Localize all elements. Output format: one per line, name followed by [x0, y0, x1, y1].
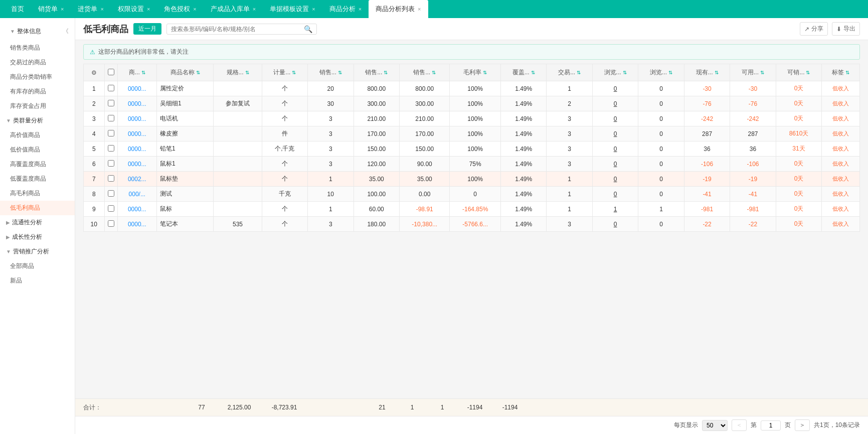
th-sales-qty[interactable]: 销售...⇅ — [308, 64, 354, 81]
share-button[interactable]: ↗ 分享 — [800, 22, 828, 36]
sidebar-item-high-profit[interactable]: 高毛利商品 — [0, 186, 75, 201]
th-coverage[interactable]: 覆盖...⇅ — [500, 64, 546, 81]
nav-permissions[interactable]: 权限设置 × — [111, 0, 157, 18]
row-available-stock: -41 — [730, 187, 776, 202]
row-checkbox[interactable] — [108, 190, 114, 197]
views1-link[interactable]: 0 — [614, 130, 617, 137]
sidebar-item-low-value[interactable]: 低价值商品 — [0, 142, 75, 157]
row-checkbox-cell[interactable] — [104, 172, 117, 187]
date-filter-button[interactable]: 近一月 — [133, 23, 161, 35]
th-trans-count[interactable]: 交易...⇅ — [547, 64, 592, 81]
th-name[interactable]: 商品名称⇅ — [156, 64, 214, 81]
export-button[interactable]: ⬇ 导出 — [832, 22, 860, 36]
th-settings[interactable]: ⚙ — [84, 64, 105, 81]
nav-purchase[interactable]: 进货单 × — [71, 0, 110, 18]
th-current-stock[interactable]: 现有...⇅ — [684, 64, 730, 81]
sidebar-group-flow[interactable]: ▶ 流通性分析 — [0, 215, 75, 230]
views1-link[interactable]: 0 — [614, 115, 617, 122]
row-checkbox-cell[interactable] — [104, 81, 117, 96]
select-all-checkbox[interactable] — [108, 69, 114, 75]
nav-product-entry[interactable]: 产成品入库单 × — [204, 0, 263, 18]
sidebar-item-low-profit[interactable]: 低毛利商品 — [0, 201, 75, 215]
table-row: 9 0000... 鼠标 个 1 60.00 -98.91 -164.85% 1… — [84, 202, 860, 217]
nav-roles[interactable]: 角色授权 × — [157, 0, 203, 18]
th-code[interactable]: 商...⇅ — [117, 64, 156, 81]
nav-close-icon[interactable]: × — [418, 6, 421, 12]
nav-product-analysis[interactable]: 商品分析 × — [322, 0, 369, 18]
row-checkbox-cell[interactable] — [104, 217, 117, 232]
th-views1[interactable]: 浏览...⇅ — [592, 64, 638, 81]
sidebar-item-inventory-funds[interactable]: 库存资金占用 — [0, 99, 75, 113]
views1-link[interactable]: 0 — [614, 176, 617, 183]
nav-close-icon[interactable]: × — [61, 6, 64, 12]
row-checkbox-cell[interactable] — [104, 141, 117, 157]
nav-sales[interactable]: 销货单 × — [31, 0, 71, 18]
nav-close-icon[interactable]: × — [147, 6, 150, 12]
views1-link[interactable]: 0 — [614, 191, 617, 198]
row-checkbox-cell[interactable] — [104, 157, 117, 172]
row-checkbox[interactable] — [108, 160, 114, 167]
sidebar-item-high-value[interactable]: 高价值商品 — [0, 128, 75, 142]
row-checkbox[interactable] — [108, 145, 114, 152]
th-views2[interactable]: 浏览...⇅ — [638, 64, 684, 81]
views1-link[interactable]: 0 — [614, 221, 617, 228]
sidebar-item-sales-products[interactable]: 销售类商品 — [0, 41, 75, 55]
row-checkbox[interactable] — [108, 175, 114, 182]
th-sellable-days[interactable]: 可销...⇅ — [776, 64, 821, 81]
row-checkbox[interactable] — [108, 130, 114, 136]
th-sales-profit[interactable]: 销售...⇅ — [400, 64, 450, 81]
page-number-input[interactable] — [761, 420, 781, 430]
th-available-stock[interactable]: 可用...⇅ — [730, 64, 776, 81]
sidebar-item-traded-products[interactable]: 交易过的商品 — [0, 55, 75, 70]
views1-link[interactable]: 0 — [614, 161, 617, 168]
nav-product-analysis-list[interactable]: 商品分析列表 × — [369, 0, 428, 18]
row-sales-profit: 300.00 — [400, 96, 450, 111]
row-checkbox[interactable] — [108, 205, 114, 212]
row-checkbox[interactable] — [108, 100, 114, 106]
sidebar-item-stocked-products[interactable]: 有库存的商品 — [0, 84, 75, 99]
row-checkbox-cell[interactable] — [104, 187, 117, 202]
th-tag[interactable]: 标签⇅ — [822, 64, 860, 81]
search-icon[interactable]: 🔍 — [304, 25, 312, 33]
sidebar-group-cluster[interactable]: ▼ 类群量分析 — [0, 113, 75, 128]
th-unit[interactable]: 计量...⇅ — [262, 64, 307, 81]
row-tag: 低收入 — [822, 111, 860, 126]
th-spec[interactable]: 规格...⇅ — [214, 64, 262, 81]
total-sales-qty: 77 — [187, 402, 217, 413]
row-checkbox-cell[interactable] — [104, 96, 117, 111]
nav-close-icon[interactable]: × — [193, 6, 196, 12]
nav-home[interactable]: 首页 — [4, 0, 31, 18]
row-checkbox[interactable] — [108, 220, 114, 227]
views1-link[interactable]: 0 — [614, 85, 617, 92]
sidebar-item-high-coverage[interactable]: 高覆盖度商品 — [0, 157, 75, 172]
sidebar-group-marketing[interactable]: ▼ 营销推广分析 — [0, 244, 75, 259]
next-page-button[interactable]: ＞ — [795, 419, 810, 431]
views1-link[interactable]: 0 — [614, 100, 617, 107]
views1-link[interactable]: 1 — [614, 206, 617, 213]
nav-close-icon[interactable]: × — [253, 6, 256, 12]
prev-page-button[interactable]: ＜ — [732, 419, 747, 431]
search-input[interactable] — [171, 26, 304, 33]
page-size-select[interactable]: 50 20 100 — [702, 420, 728, 431]
nav-template[interactable]: 单据模板设置 × — [263, 0, 322, 18]
views1-link[interactable]: 0 — [614, 146, 617, 153]
nav-close-icon[interactable]: × — [312, 6, 315, 12]
th-gross-margin[interactable]: 毛利率⇅ — [450, 64, 501, 81]
row-checkbox[interactable] — [108, 115, 114, 121]
nav-close-icon[interactable]: × — [100, 6, 103, 12]
sidebar-item-category-rate[interactable]: 商品分类助销率 — [0, 70, 75, 84]
sidebar-group-overall[interactable]: ▼ 整体信息 — [4, 24, 47, 39]
row-checkbox[interactable] — [108, 85, 114, 91]
row-checkbox-cell[interactable] — [104, 126, 117, 141]
sidebar-item-new-products[interactable]: 新品 — [0, 273, 75, 288]
sidebar-collapse-button[interactable]: 《 — [61, 25, 71, 38]
sidebar-item-low-coverage[interactable]: 低覆盖度商品 — [0, 172, 75, 186]
row-checkbox-cell[interactable] — [104, 202, 117, 217]
row-views2: 0 — [638, 141, 684, 157]
sidebar-item-all-products[interactable]: 全部商品 — [0, 259, 75, 273]
table-wrapper[interactable]: ⚙ 商...⇅ 商品名称⇅ 规格...⇅ 计量...⇅ 销售...⇅ 销售...… — [75, 64, 868, 398]
th-sales-amount[interactable]: 销售...⇅ — [354, 64, 399, 81]
row-checkbox-cell[interactable] — [104, 111, 117, 126]
nav-close-icon[interactable]: × — [359, 6, 362, 12]
sidebar-group-growth[interactable]: ▶ 成长性分析 — [0, 230, 75, 244]
